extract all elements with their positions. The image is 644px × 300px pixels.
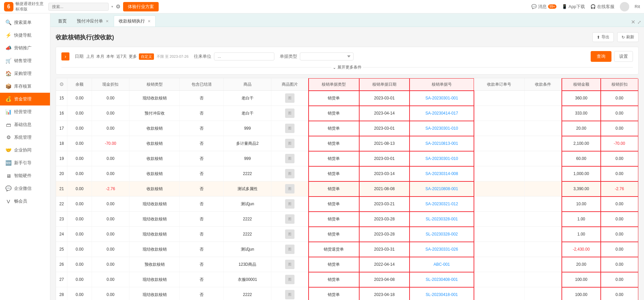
cell-doc-no[interactable]: SA-20230301-001	[410, 91, 474, 106]
cell-doc-no[interactable]: SL-20230328-002	[410, 227, 474, 242]
sidebar-item-hardware[interactable]: 🖥 智能硬件	[0, 169, 50, 182]
cell-discount: 0.00	[601, 121, 638, 136]
sidebar-item-marketing[interactable]: 📣 营销推广	[0, 42, 50, 54]
cell-doc-type: 销货单	[309, 91, 359, 106]
sidebar-item-basic[interactable]: 🗃 基础信息	[0, 118, 50, 131]
date-custom-btn[interactable]: 自定义	[139, 53, 154, 60]
main-content: 首页 预付冲应付单 ✕ 收款核销执行 ✕ ✕ ⤢ 收款核销执行(按收款)	[50, 13, 644, 300]
cell-balance: 0.00	[67, 151, 92, 166]
query-button[interactable]: 查询	[591, 51, 611, 62]
cell-cond	[524, 272, 562, 287]
cell-doc-no[interactable]: SL-20230328-001	[410, 212, 474, 227]
cell-num: 16	[56, 106, 67, 121]
doc-no-link[interactable]: SA-20230301-010	[425, 126, 458, 131]
doc-no-link[interactable]: SA-20230301-010	[425, 156, 458, 161]
cell-doc-date: 2021-08-08	[359, 181, 410, 197]
settings-icon[interactable]: ⚙	[116, 3, 120, 10]
cell-goods-img: 图	[271, 197, 309, 212]
sidebar-item-finance-label: 资金管理	[14, 96, 32, 102]
sidebar-item-business-label: 经营管理	[14, 109, 32, 115]
cell-num: 15	[56, 91, 67, 106]
window-maximize-icon[interactable]: ⤢	[637, 19, 641, 25]
trial-button[interactable]: 体验行业方案	[123, 2, 159, 11]
date-7days-btn[interactable]: 近7天	[116, 54, 127, 59]
doc-no-link[interactable]: SA-20230414-017	[425, 111, 458, 116]
sidebar-item-finance[interactable]: 💰 资金管理	[0, 93, 50, 105]
cell-doc-no[interactable]: SA-20230301-010	[410, 121, 474, 136]
cell-doc-no[interactable]: SA-20210808-001	[410, 181, 474, 197]
filter-settings-button[interactable]: 设置	[614, 51, 633, 62]
cell-doc-no[interactable]: SA-20230301-010	[410, 151, 474, 166]
doc-no-link[interactable]: ABC-001	[434, 262, 450, 267]
cell-doc-no[interactable]: SA-20230321-012	[410, 197, 474, 212]
cell-balance: 0.00	[67, 212, 92, 227]
sidebar-item-wechat[interactable]: 💬 企业微信	[0, 182, 50, 195]
date-last-month-btn[interactable]: 上月	[86, 54, 94, 59]
sidebar-item-sales[interactable]: 🛒 销售管理	[0, 54, 50, 67]
sidebar-item-guide[interactable]: 🆕 新手引导	[0, 157, 50, 169]
cell-settled: 否	[180, 91, 224, 106]
date-more-btn[interactable]: 更多	[129, 54, 137, 59]
expand-more-bar[interactable]: ⌄ 展开更多条件	[61, 65, 633, 70]
global-search-input[interactable]	[48, 3, 109, 11]
cell-doc-no[interactable]: ABC-001	[410, 257, 474, 272]
cell-doc-no[interactable]: SL-20230418-001	[410, 287, 474, 300]
finance-icon: 💰	[5, 96, 11, 102]
doc-no-link[interactable]: SA-20230321-012	[425, 202, 458, 206]
doc-no-link[interactable]: SA-20230301-001	[425, 96, 458, 100]
cell-doc-no[interactable]: SA-20210813-001	[410, 136, 474, 151]
cell-num: 24	[56, 227, 67, 242]
app-download-button[interactable]: 📱 App下载	[562, 4, 585, 10]
expand-more-line-left	[61, 67, 331, 68]
cell-doc-no[interactable]: SA-20230314-008	[410, 166, 474, 181]
tab-prepay-close[interactable]: ✕	[106, 19, 109, 24]
cell-goods: 123D商品	[224, 257, 271, 272]
doc-no-link[interactable]: SL-20230408-001	[426, 277, 458, 282]
online-service-button[interactable]: 🎧 在线客服	[590, 4, 614, 10]
filter-expand-toggle[interactable]: ›	[61, 52, 69, 60]
cell-balance: 0.00	[67, 121, 92, 136]
cell-doc-no[interactable]: SA-20230414-017	[410, 106, 474, 121]
sidebar-item-member[interactable]: V 畅会员	[0, 195, 50, 208]
sidebar-item-purchase[interactable]: 🏠 采购管理	[0, 67, 50, 80]
date-this-month-btn[interactable]: 本月	[96, 54, 104, 59]
gear-icon[interactable]: ⚙	[59, 81, 64, 87]
cell-cond	[524, 91, 562, 106]
tab-home[interactable]: 首页	[53, 15, 72, 27]
cell-balance: 0.00	[67, 181, 92, 197]
avatar[interactable]	[620, 2, 629, 11]
sidebar-item-business[interactable]: 📊 经营管理	[0, 105, 50, 118]
cell-settled: 否	[180, 272, 224, 287]
counterparty-filter-input[interactable]	[214, 52, 274, 60]
doctype-filter-select[interactable]: 销货单	[300, 52, 354, 60]
doc-no-link[interactable]: SA-20210813-001	[425, 141, 458, 146]
messages-button[interactable]: 💬 消息 99+	[531, 4, 556, 10]
cell-discount: 0.00	[601, 242, 638, 257]
sidebar-item-corp[interactable]: 🤝 企业协同	[0, 144, 50, 157]
doc-no-link[interactable]: SL-20230328-001	[426, 217, 458, 221]
sidebar-item-quicknav[interactable]: ⚡ 快捷导航	[0, 29, 50, 42]
cell-doc-no[interactable]: SA-20230331-026	[410, 242, 474, 257]
sidebar-item-search[interactable]: 🔍 搜索菜单	[0, 16, 50, 29]
refresh-button[interactable]: ↻ 刷新	[617, 32, 639, 42]
cell-doc-no[interactable]: SL-20230408-001	[410, 272, 474, 287]
doc-no-link[interactable]: SA-20210808-001	[425, 186, 458, 191]
cell-settled: 否	[180, 121, 224, 136]
tab-prepay[interactable]: 预付冲应付单 ✕	[72, 15, 114, 27]
cell-balance: 0.00	[67, 106, 92, 121]
doc-no-link[interactable]: SL-20230328-002	[426, 232, 458, 237]
tab-collection-close[interactable]: ✕	[148, 19, 151, 24]
date-this-year-btn[interactable]: 本年	[106, 54, 114, 59]
doc-no-link[interactable]: SA-20230331-026	[425, 247, 458, 252]
cell-goods: 测试jun	[224, 197, 271, 212]
doc-no-link[interactable]: SL-20230418-001	[426, 292, 458, 297]
cell-balance: 0.00	[67, 197, 92, 212]
tab-collection[interactable]: 收款核销执行 ✕	[114, 15, 156, 27]
doc-no-link[interactable]: SA-20230314-008	[425, 171, 458, 176]
sidebar-item-inventory[interactable]: 📦 库存核算	[0, 80, 50, 93]
export-button[interactable]: ⬆ 导出	[592, 32, 614, 42]
window-minimize-icon[interactable]: ✕	[631, 19, 635, 25]
sidebar-item-system[interactable]: ⚙ 系统管理	[0, 131, 50, 144]
cell-num: 17	[56, 121, 67, 136]
cell-balance: 0.00	[67, 227, 92, 242]
